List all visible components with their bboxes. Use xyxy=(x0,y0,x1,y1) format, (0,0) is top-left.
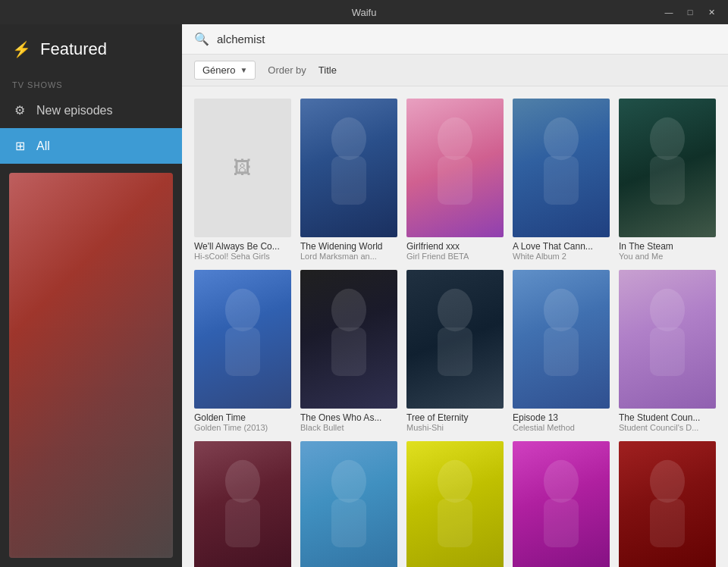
svg-point-22 xyxy=(438,460,472,503)
grid-icon: ⊞ xyxy=(12,139,27,153)
svg-rect-25 xyxy=(544,499,579,547)
grid-title-6: Golden Time xyxy=(194,412,291,423)
lightning-icon: ⚡ xyxy=(12,40,31,58)
filter-bar: Género ▼ Order by Title xyxy=(182,55,728,86)
grid-thumb-14 xyxy=(513,441,610,567)
search-input[interactable] xyxy=(217,33,716,45)
grid-item-2[interactable]: The Widening WorldLord Marksman an... xyxy=(300,99,397,261)
search-icon: 🔍 xyxy=(194,32,209,46)
svg-rect-3 xyxy=(438,156,472,205)
app-title: Waifu xyxy=(352,7,377,18)
grid-thumb-15 xyxy=(619,441,716,567)
close-button[interactable]: ✕ xyxy=(704,5,719,20)
search-bar: 🔍 xyxy=(182,24,728,55)
grid-item-10[interactable]: The Student Coun...Student Council's D..… xyxy=(619,270,716,432)
svg-point-0 xyxy=(331,117,366,160)
sidebar-item-new-episodes[interactable]: ⚙ New episodes xyxy=(0,92,182,128)
svg-point-20 xyxy=(331,460,366,503)
grid-item-3[interactable]: Girlfriend xxxGirl Friend BETA xyxy=(406,99,504,261)
cover-art-7 xyxy=(300,270,397,409)
grid-item-11[interactable] xyxy=(194,441,291,567)
broken-image-icon: 🖼 xyxy=(194,99,291,237)
grid-item-7[interactable]: The Ones Who As...Black Bullet xyxy=(300,270,397,432)
cover-art-4 xyxy=(513,99,610,237)
grid-item-5[interactable]: In The SteamYou and Me xyxy=(619,99,716,261)
genre-label: Género xyxy=(202,64,235,76)
cover-art-5 xyxy=(619,99,716,237)
grid-title-7: The Ones Who As... xyxy=(300,412,397,423)
cover-art-14 xyxy=(513,441,610,567)
svg-rect-17 xyxy=(650,327,685,376)
svg-rect-5 xyxy=(544,156,579,205)
order-by-value: Title xyxy=(318,64,337,76)
window-controls: — □ ✕ xyxy=(661,5,719,20)
sidebar-thumbnail xyxy=(9,173,173,558)
grid-title-3: Girlfriend xxx xyxy=(406,241,504,252)
grid-subtitle-5: You and Me xyxy=(619,252,716,261)
grid-item-12[interactable] xyxy=(300,441,397,567)
svg-point-4 xyxy=(544,117,579,160)
grid-title-4: A Love That Cann... xyxy=(513,241,610,252)
svg-rect-15 xyxy=(544,327,579,376)
grid-item-8[interactable]: Tree of EternityMushi-Shi xyxy=(406,270,504,432)
main-layout: ⚡ Featured TV SHOWS ⚙ New episodes ⊞ All… xyxy=(0,24,728,567)
tv-shows-section: TV SHOWS xyxy=(0,74,182,92)
cover-art-6 xyxy=(194,270,291,409)
svg-point-2 xyxy=(438,117,472,160)
grid-item-14[interactable] xyxy=(513,441,610,567)
svg-rect-13 xyxy=(438,327,472,376)
grid-item-4[interactable]: A Love That Cann...White Album 2 xyxy=(513,99,610,261)
content-area: 🔍 Género ▼ Order by Title 🖼We'll Always … xyxy=(182,24,728,567)
grid-thumb-11 xyxy=(194,441,291,567)
grid-title-2: The Widening World xyxy=(300,241,397,252)
grid-title-8: Tree of Eternity xyxy=(406,412,504,423)
grid-item-1[interactable]: 🖼We'll Always Be Co...Hi-sCool! Seha Gir… xyxy=(194,99,291,261)
grid-thumb-5 xyxy=(619,99,716,237)
grid-item-13[interactable] xyxy=(406,441,504,567)
sidebar-item-all[interactable]: ⊞ All xyxy=(0,128,182,164)
svg-rect-27 xyxy=(650,499,685,547)
cover-art-9 xyxy=(513,270,610,409)
svg-point-12 xyxy=(438,289,472,331)
grid-item-6[interactable]: Golden TimeGolden Time (2013) xyxy=(194,270,291,432)
order-by-label: Order by xyxy=(268,64,306,76)
cover-art-2 xyxy=(300,99,397,237)
sidebar-item-featured[interactable]: ⚡ Featured xyxy=(0,24,182,74)
grid-title-10: The Student Coun... xyxy=(619,412,716,423)
svg-point-10 xyxy=(331,289,366,331)
grid-title-1: We'll Always Be Co... xyxy=(194,241,291,252)
grid-thumb-13 xyxy=(406,441,504,567)
grid-container: 🖼We'll Always Be Co...Hi-sCool! Seha Gir… xyxy=(182,86,728,567)
grid-thumb-1: 🖼 xyxy=(194,99,291,237)
cover-art-15 xyxy=(619,441,716,567)
grid-subtitle-4: White Album 2 xyxy=(513,252,610,261)
svg-point-26 xyxy=(650,460,685,503)
grid-item-9[interactable]: Episode 13Celestial Method xyxy=(513,270,610,432)
grid-subtitle-6: Golden Time (2013) xyxy=(194,423,291,432)
svg-rect-23 xyxy=(438,499,472,547)
grid-subtitle-3: Girl Friend BETA xyxy=(406,252,504,261)
sidebar: ⚡ Featured TV SHOWS ⚙ New episodes ⊞ All xyxy=(0,24,182,567)
svg-point-6 xyxy=(650,117,685,160)
cover-art-12 xyxy=(300,441,397,567)
grid-subtitle-7: Black Bullet xyxy=(300,423,397,432)
cover-art-13 xyxy=(406,441,504,567)
featured-label: Featured xyxy=(40,39,107,59)
maximize-button[interactable]: □ xyxy=(682,5,698,20)
new-episodes-label: New episodes xyxy=(36,104,113,117)
svg-point-16 xyxy=(650,289,685,331)
cover-art-3 xyxy=(406,99,504,237)
cover-art-11 xyxy=(194,441,291,567)
grid-thumb-4 xyxy=(513,99,610,237)
grid-subtitle-10: Student Council's D... xyxy=(619,423,716,432)
cover-art-1: 🖼 xyxy=(194,99,291,237)
svg-rect-7 xyxy=(650,156,685,205)
svg-rect-9 xyxy=(225,327,260,376)
grid-title-5: In The Steam xyxy=(619,241,716,252)
grid-thumb-2 xyxy=(300,99,397,237)
genre-dropdown[interactable]: Género ▼ xyxy=(194,61,256,80)
grid-item-15[interactable] xyxy=(619,441,716,567)
minimize-button[interactable]: — xyxy=(661,5,676,20)
grid-subtitle-1: Hi-sCool! Seha Girls xyxy=(194,252,291,261)
svg-point-24 xyxy=(544,460,579,503)
